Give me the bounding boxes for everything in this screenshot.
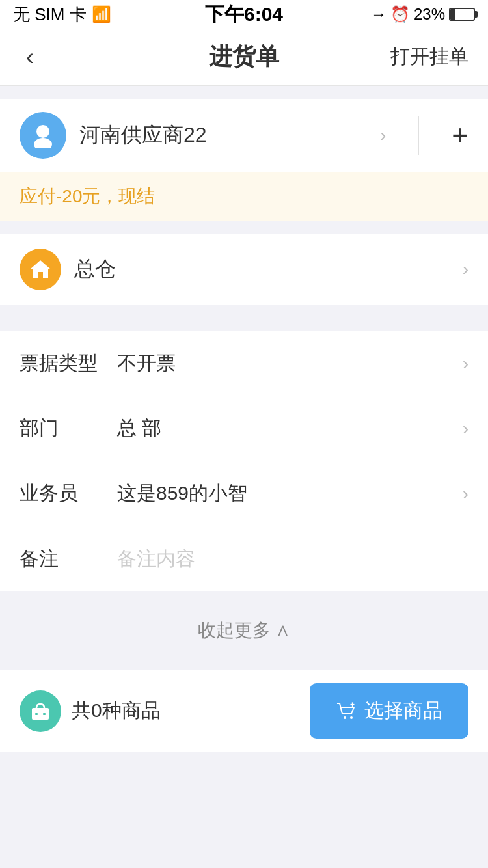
invoice-chevron-icon: ›	[463, 353, 468, 374]
remark-label: 备注	[20, 546, 104, 573]
bottom-bar: 共0种商品 + 选择商品	[0, 670, 488, 752]
invoice-label: 票据类型	[20, 350, 104, 377]
dept-chevron-icon: ›	[463, 418, 468, 439]
carrier-label: 无 SIM 卡	[13, 3, 87, 26]
battery-label: 23%	[414, 5, 445, 23]
status-time: 下午6:04	[205, 1, 283, 28]
dept-label: 部门	[20, 415, 104, 442]
home-icon	[29, 258, 52, 281]
status-left: 无 SIM 卡 📶	[13, 3, 111, 26]
warehouse-section: 总仓 ›	[0, 234, 488, 305]
supplier-row[interactable]: 河南供应商22 › +	[0, 99, 488, 172]
warehouse-label: 总仓	[74, 255, 463, 284]
supplier-avatar	[20, 112, 66, 159]
location-icon: →	[371, 5, 386, 23]
product-count-area: 共0种商品	[20, 690, 161, 732]
form-section: 票据类型 不开票 › 部门 总 部 › 业务员 这是859的小智 › 备注 备注…	[0, 331, 488, 591]
dept-value: 总 部	[117, 415, 463, 442]
svg-text:+: +	[350, 701, 355, 709]
open-pending-button[interactable]: 打开挂单	[390, 44, 468, 70]
shopping-bag-icon	[29, 700, 51, 722]
warehouse-icon-circle	[20, 249, 61, 290]
svg-point-0	[36, 125, 49, 138]
select-product-button[interactable]: + 选择商品	[310, 683, 468, 739]
salesman-row[interactable]: 业务员 这是859的小智 ›	[0, 461, 488, 526]
remark-row[interactable]: 备注 备注内容	[0, 526, 488, 591]
collapse-label: 收起更多 ∧	[198, 618, 291, 643]
product-count-text: 共0种商品	[72, 698, 161, 724]
svg-rect-3	[32, 708, 49, 720]
status-right: → ⏰ 23%	[371, 5, 475, 23]
back-button[interactable]: ‹	[20, 37, 40, 77]
supplier-section: 河南供应商22 › + 应付-20元，现结	[0, 99, 488, 221]
svg-point-6	[344, 716, 346, 719]
collapse-button[interactable]: 收起更多 ∧	[0, 604, 488, 657]
invoice-row[interactable]: 票据类型 不开票 ›	[0, 331, 488, 396]
svg-point-7	[350, 716, 353, 719]
supplier-actions: › +	[380, 116, 468, 155]
svg-point-1	[34, 138, 52, 148]
section-gap-3	[0, 305, 488, 318]
svg-rect-5	[43, 713, 46, 715]
v-divider	[418, 116, 419, 155]
supplier-notice: 应付-20元，现结	[0, 172, 488, 221]
section-gap-2	[0, 221, 488, 234]
battery-icon	[449, 8, 475, 21]
warehouse-chevron-icon: ›	[463, 259, 468, 280]
alarm-icon: ⏰	[390, 5, 410, 23]
salesman-value: 这是859的小智	[117, 480, 463, 507]
supplier-chevron-icon[interactable]: ›	[380, 125, 386, 146]
svg-marker-2	[30, 260, 51, 278]
remark-input[interactable]: 备注内容	[117, 546, 468, 573]
supplier-name: 河南供应商22	[79, 121, 380, 150]
salesman-label: 业务员	[20, 480, 104, 507]
invoice-value: 不开票	[117, 350, 463, 377]
nav-bar: ‹ 进货单 打开挂单	[0, 29, 488, 86]
wifi-icon: 📶	[92, 5, 111, 23]
svg-rect-4	[35, 713, 38, 715]
product-icon-circle	[20, 690, 61, 732]
page-title: 进货单	[209, 41, 279, 73]
status-bar: 无 SIM 卡 📶 下午6:04 → ⏰ 23%	[0, 0, 488, 29]
section-gap-1	[0, 86, 488, 99]
dept-row[interactable]: 部门 总 部 ›	[0, 396, 488, 461]
cart-icon: +	[336, 701, 357, 722]
add-supplier-button[interactable]: +	[452, 121, 468, 150]
person-icon	[30, 122, 56, 148]
select-product-label: 选择商品	[364, 698, 442, 724]
salesman-chevron-icon: ›	[463, 483, 468, 504]
warehouse-row[interactable]: 总仓 ›	[0, 234, 488, 305]
